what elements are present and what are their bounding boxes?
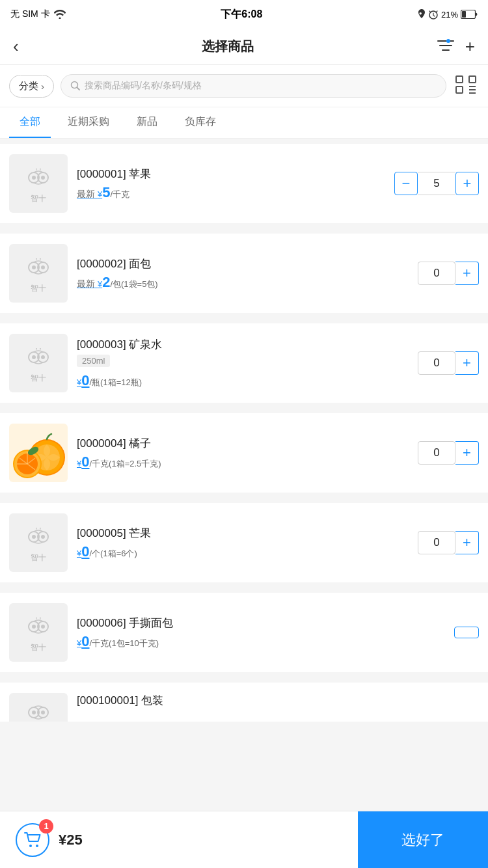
product-image-0000005: 智十 <box>9 513 68 572</box>
product-price: ¥0/瓶(1箱=12瓶) <box>77 372 409 389</box>
location-icon <box>418 9 426 20</box>
svg-point-42 <box>41 625 45 629</box>
product-info: [0000002] 面包 最新 ¥2/包(1袋=5包) <box>77 256 409 291</box>
product-price: ¥0/个(1箱=6个) <box>77 543 409 560</box>
list-item: 智十 [0000003] 矿泉水 250ml ¥0/瓶(1箱=12瓶) + <box>0 323 488 403</box>
wifi-icon <box>54 10 66 19</box>
scan-button[interactable] <box>453 73 479 99</box>
increase-button[interactable]: + <box>455 351 479 375</box>
cart-icon <box>23 832 42 848</box>
cart-button[interactable]: 1 <box>16 823 49 857</box>
quantity-input[interactable] <box>418 351 455 375</box>
quantity-control-0000003: + <box>418 351 479 375</box>
tab-recent[interactable]: 近期采购 <box>57 107 120 138</box>
quantity-control-0000005: + <box>418 531 479 554</box>
nav-bar: ‹ 选择商品 + <box>0 29 488 65</box>
increase-button[interactable]: + <box>455 262 479 285</box>
category-button[interactable]: 分类 › <box>9 75 54 98</box>
product-info: [0000005] 芒果 ¥0/个(1箱=6个) <box>77 526 409 560</box>
quantity-control-0000002: + <box>418 262 479 285</box>
svg-point-48 <box>36 845 38 847</box>
back-button[interactable]: ‹ <box>13 36 19 57</box>
svg-point-47 <box>29 845 32 847</box>
owl-logo: 智十 <box>24 612 53 653</box>
owl-logo: 智十 <box>24 522 53 563</box>
status-time: 下午6:08 <box>221 8 262 21</box>
product-price: ¥0/千克(1箱=2.5千克) <box>77 454 409 470</box>
status-right: 21% <box>418 9 478 20</box>
product-name: [0000002] 面包 <box>77 256 409 271</box>
quantity-control-0000004: + <box>418 441 479 465</box>
product-info: [000100001] 包装 <box>77 693 479 711</box>
increase-button[interactable]: + <box>455 172 479 195</box>
cart-total: ¥25 <box>59 832 83 848</box>
battery-label: 21% <box>441 10 458 20</box>
add-button[interactable]: + <box>465 36 475 57</box>
owl-logo: 智十 <box>24 163 53 204</box>
product-image-0000003: 智十 <box>9 334 68 392</box>
confirm-button[interactable]: 选好了 <box>358 811 488 869</box>
product-image-000100001 <box>9 693 68 722</box>
svg-rect-9 <box>456 76 463 83</box>
product-price: ¥0/千克(1包=10千克) <box>77 633 445 650</box>
sim-label: 无 SIM 卡 <box>10 8 50 20</box>
tab-bar: 全部 近期采购 新品 负库存 <box>0 107 488 139</box>
batch-button[interactable] <box>454 627 479 638</box>
product-name: [000100001] 包装 <box>77 693 479 708</box>
svg-rect-2 <box>462 11 466 18</box>
owl-text: 智十 <box>31 193 46 204</box>
quantity-input[interactable] <box>418 262 455 285</box>
owl-text: 智十 <box>31 283 46 294</box>
list-item: 智十 [0000006] 手撕面包 ¥0/千克(1包=10千克) <box>0 593 488 672</box>
svg-rect-11 <box>456 87 463 93</box>
svg-point-18 <box>41 176 45 180</box>
increase-button[interactable]: + <box>455 441 479 465</box>
quantity-input[interactable] <box>418 531 455 554</box>
list-item: [000100001] 包装 <box>0 683 488 722</box>
status-left: 无 SIM 卡 <box>10 8 66 20</box>
product-image-0000004 <box>9 424 68 482</box>
svg-point-25 <box>32 355 36 359</box>
cart-section: 1 ¥25 <box>0 823 83 857</box>
status-bar: 无 SIM 卡 下午6:08 21% <box>0 0 488 29</box>
price-prefix: 最新 ¥ <box>77 189 102 199</box>
bottom-bar: 1 ¥25 选好了 <box>0 811 488 868</box>
svg-point-22 <box>41 265 45 269</box>
chevron-right-icon: › <box>41 81 44 92</box>
cart-badge: 1 <box>39 819 53 834</box>
product-image-0000001: 智十 <box>9 154 68 213</box>
filter-icon[interactable] <box>437 38 455 56</box>
increase-button[interactable]: + <box>455 531 479 554</box>
decrease-button[interactable]: − <box>394 172 418 195</box>
product-name: [0000001] 苹果 <box>77 167 385 182</box>
tab-new[interactable]: 新品 <box>126 107 168 138</box>
product-image-0000002: 智十 <box>9 244 68 303</box>
search-placeholder: 搜索商品编码/名称/条码/规格 <box>85 80 202 92</box>
svg-point-6 <box>446 39 450 43</box>
quantity-input[interactable] <box>418 441 455 465</box>
nav-title: 选择商品 <box>202 38 254 55</box>
product-info: [0000004] 橘子 ¥0/千克(1箱=2.5千克) <box>77 436 409 470</box>
search-box[interactable]: 搜索商品编码/名称/条码/规格 <box>61 74 446 98</box>
quantity-control-0000001: − + <box>394 172 479 195</box>
svg-point-41 <box>32 625 36 629</box>
list-item: [0000004] 橘子 ¥0/千克(1箱=2.5千克) + <box>0 413 488 493</box>
list-item: 智十 [0000005] 芒果 ¥0/个(1箱=6个) + <box>0 503 488 582</box>
search-icon <box>70 81 81 91</box>
tab-all[interactable]: 全部 <box>9 107 51 138</box>
battery-icon <box>461 10 478 19</box>
product-info: [0000003] 矿泉水 250ml ¥0/瓶(1箱=12瓶) <box>77 337 409 389</box>
nav-left: ‹ <box>13 36 19 57</box>
svg-rect-10 <box>469 76 476 83</box>
tab-negative[interactable]: 负库存 <box>174 107 226 138</box>
product-price: 最新 ¥5/千克 <box>77 184 385 201</box>
nav-right: + <box>437 36 475 57</box>
alarm-icon <box>428 9 439 20</box>
quantity-input[interactable] <box>418 172 455 195</box>
product-name: [0000006] 手撕面包 <box>77 616 445 631</box>
svg-point-46 <box>41 711 45 714</box>
svg-point-37 <box>32 535 36 539</box>
svg-point-21 <box>32 265 36 269</box>
svg-point-45 <box>32 711 36 714</box>
owl-logo: 智十 <box>24 343 53 384</box>
